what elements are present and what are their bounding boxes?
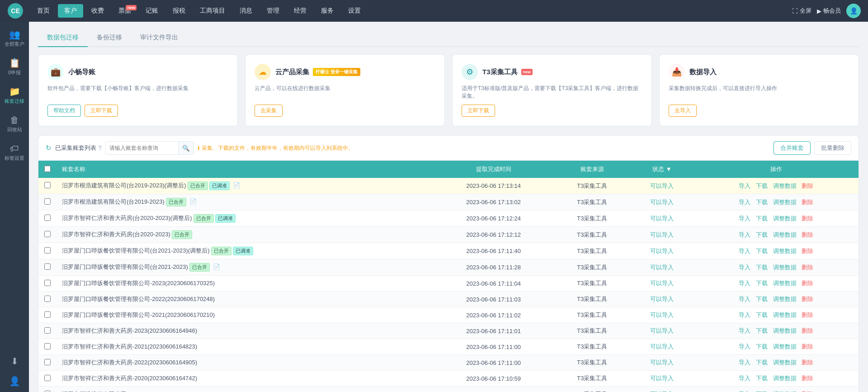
row-checkbox[interactable] [44, 296, 51, 302]
avatar[interactable]: 👤 [846, 4, 861, 18]
import-link[interactable]: 导入 [739, 231, 750, 238]
nav-settings[interactable]: 设置 [342, 4, 367, 18]
nav-industry[interactable]: 工商项目 [193, 4, 231, 18]
row-checkbox[interactable] [44, 231, 51, 237]
sidebar-item-user[interactable]: 👤 [2, 372, 27, 390]
adjust-link[interactable]: 调整数据 [773, 327, 797, 334]
row-checkbox[interactable] [44, 215, 51, 221]
nav-operation[interactable]: 经营 [288, 4, 313, 18]
download-now-button-1[interactable]: 立即下载 [85, 105, 118, 117]
sidebar-item-all-clients[interactable]: 👥 全部客户 [2, 25, 27, 52]
row-checkbox[interactable] [44, 359, 51, 365]
go-import-button[interactable]: 去导入 [669, 105, 697, 117]
sidebar-item-recycle[interactable]: 🗑 回收站 [2, 111, 27, 138]
download-link[interactable]: 下载 [756, 359, 768, 366]
download-link[interactable]: 下载 [756, 343, 768, 350]
adjust-link[interactable]: 调整数据 [773, 359, 797, 366]
sidebar-item-zero-declare[interactable]: 📋 0申报 [2, 54, 27, 81]
tab-backup-migration[interactable]: 备份迁移 [88, 29, 131, 47]
help-icon[interactable]: ? [98, 144, 102, 152]
import-link[interactable]: 导入 [739, 375, 750, 382]
delete-link[interactable]: 删除 [802, 359, 813, 366]
row-checkbox[interactable] [44, 375, 51, 381]
fullscreen-btn[interactable]: ⛶ 全屏 [792, 7, 811, 15]
adjust-link[interactable]: 调整数据 [773, 215, 797, 222]
file-icon[interactable]: 📄 [213, 263, 220, 270]
download-link[interactable]: 下载 [756, 280, 768, 287]
import-link[interactable]: 导入 [739, 199, 750, 206]
sidebar-item-download[interactable]: ⬇ [2, 352, 27, 370]
nav-account[interactable]: 记账 [139, 4, 165, 18]
nav-fee[interactable]: 收费 [85, 4, 110, 18]
sidebar-item-tag-settings[interactable]: 🏷 标签设置 [2, 139, 27, 166]
adjust-link[interactable]: 调整数据 [773, 199, 797, 206]
delete-link[interactable]: 删除 [802, 182, 813, 189]
row-checkbox[interactable] [44, 311, 51, 318]
import-link[interactable]: 导入 [739, 311, 750, 318]
row-checkbox[interactable] [44, 280, 51, 286]
download-link[interactable]: 下载 [756, 327, 768, 334]
adjust-link[interactable]: 调整数据 [773, 248, 797, 254]
member-btn[interactable]: ▶ 畅会员 [817, 7, 841, 15]
import-link[interactable]: 导入 [739, 359, 750, 366]
delete-link[interactable]: 删除 [802, 375, 813, 382]
delete-link[interactable]: 删除 [802, 231, 813, 238]
nav-tax[interactable]: 报税 [166, 4, 192, 18]
adjust-link[interactable]: 调整数据 [773, 182, 797, 189]
download-link[interactable]: 下载 [756, 182, 768, 189]
nav-home[interactable]: 首页 [31, 4, 56, 18]
row-checkbox[interactable] [44, 327, 51, 334]
delete-link[interactable]: 删除 [802, 327, 813, 334]
row-checkbox[interactable] [44, 247, 51, 253]
go-collect-button[interactable]: 去采集 [255, 105, 283, 117]
adjust-link[interactable]: 调整数据 [773, 343, 797, 350]
adjust-link[interactable]: 调整数据 [773, 375, 797, 382]
import-link[interactable]: 导入 [739, 264, 750, 271]
delete-link[interactable]: 删除 [802, 248, 813, 254]
download-link[interactable]: 下载 [756, 264, 768, 271]
delete-link[interactable]: 删除 [802, 264, 813, 271]
download-link[interactable]: 下载 [756, 231, 768, 238]
refresh-icon[interactable]: ↻ [46, 144, 52, 152]
search-button[interactable]: 🔍 [178, 142, 193, 154]
delete-link[interactable]: 删除 [802, 280, 813, 287]
import-link[interactable]: 导入 [739, 248, 750, 254]
tab-data-migration[interactable]: 数据包迁移 [38, 29, 88, 47]
tab-audit-export[interactable]: 审计文件导出 [131, 29, 187, 47]
delete-link[interactable]: 删除 [802, 199, 813, 206]
nav-service[interactable]: 服务 [315, 4, 340, 18]
download-link[interactable]: 下载 [756, 248, 768, 254]
sidebar-item-account-migration[interactable]: 📁 账套迁移 [2, 82, 27, 109]
row-checkbox[interactable] [44, 343, 51, 349]
adjust-link[interactable]: 调整数据 [773, 311, 797, 318]
nav-message[interactable]: 消息 [233, 4, 259, 18]
nav-bill[interactable]: 票据new [112, 4, 137, 18]
search-input[interactable] [106, 145, 178, 151]
select-all-checkbox[interactable] [44, 166, 51, 172]
help-doc-button[interactable]: 帮助文档 [47, 105, 81, 117]
import-link[interactable]: 导入 [739, 280, 750, 287]
batch-delete-button[interactable]: 批量删除 [814, 141, 851, 155]
import-link[interactable]: 导入 [739, 182, 750, 189]
adjust-link[interactable]: 调整数据 [773, 231, 797, 238]
logo-icon[interactable]: CE [7, 3, 24, 19]
adjust-link[interactable]: 调整数据 [773, 296, 797, 302]
download-link[interactable]: 下载 [756, 199, 768, 206]
adjust-link[interactable]: 调整数据 [773, 264, 797, 271]
delete-link[interactable]: 删除 [802, 296, 813, 302]
download-link[interactable]: 下载 [756, 215, 768, 222]
row-checkbox[interactable] [44, 182, 51, 188]
adjust-link[interactable]: 调整数据 [773, 280, 797, 287]
delete-link[interactable]: 删除 [802, 311, 813, 318]
download-link[interactable]: 下载 [756, 375, 768, 382]
file-icon[interactable]: 📄 [233, 182, 240, 189]
row-checkbox[interactable] [44, 198, 51, 205]
nav-client[interactable]: 客户 [58, 4, 83, 18]
file-icon[interactable]: 📄 [189, 198, 197, 205]
nav-manage[interactable]: 管理 [260, 4, 286, 18]
download-link[interactable]: 下载 [756, 311, 768, 318]
delete-link[interactable]: 删除 [802, 215, 813, 222]
delete-link[interactable]: 删除 [802, 343, 813, 350]
row-checkbox[interactable] [44, 263, 51, 270]
import-link[interactable]: 导入 [739, 343, 750, 350]
